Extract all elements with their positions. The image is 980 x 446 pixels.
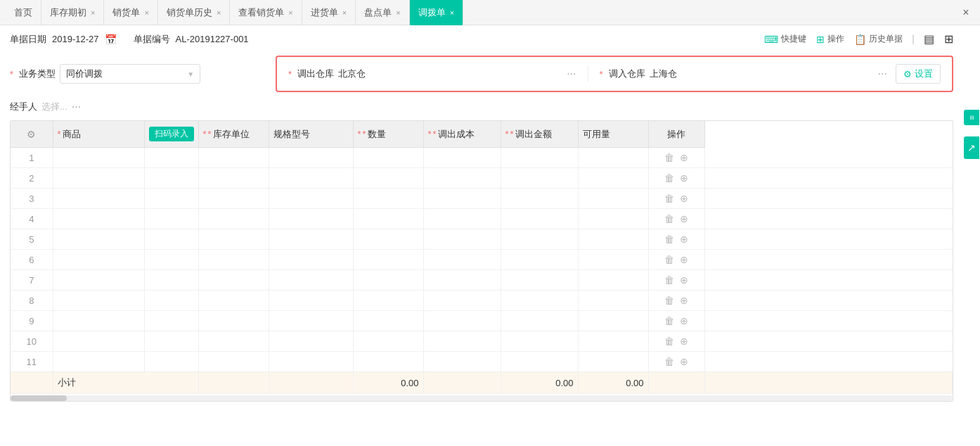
row-1-copy-icon[interactable]: ⊕ <box>680 152 688 163</box>
row-1-qty[interactable] <box>269 148 353 168</box>
table-settings-icon[interactable]: ⚙ <box>27 129 36 140</box>
date-field: 单据日期 2019-12-27 📅 <box>10 33 117 46</box>
row-5-copy-icon[interactable]: ⊕ <box>680 234 688 245</box>
date-label: 单据日期 <box>10 33 46 46</box>
warehouse-in-value: 上海仓 <box>650 68 872 80</box>
subtotal-label: 小计 <box>53 372 198 394</box>
table-row: 1 🗑 ⊕ <box>11 148 953 168</box>
history-button[interactable]: 📋 历史单据 <box>854 33 903 45</box>
tab-sales-history-close[interactable]: × <box>217 8 221 17</box>
tab-sales-history-label: 销货单历史 <box>167 6 212 19</box>
row-1-cost[interactable] <box>353 148 423 168</box>
scan-input-button[interactable]: 扫码录入 <box>149 127 194 141</box>
table-row: 4 🗑⊕ <box>11 209 953 229</box>
tab-inventory-init[interactable]: 库存期初 × <box>41 0 104 25</box>
row-9-delete-icon[interactable]: 🗑 <box>664 315 674 326</box>
tab-inventory-init-close[interactable]: × <box>91 8 95 17</box>
close-all-tabs-button[interactable]: × <box>958 4 974 21</box>
sidebar-expand-icon[interactable]: ↗ <box>964 136 979 159</box>
settings-button[interactable]: ⚙ 设置 <box>896 64 941 84</box>
subtotal-amount: 0.00 <box>578 372 648 394</box>
grid-view-icon[interactable]: ▤ <box>924 32 934 46</box>
row-num-8: 8 <box>11 291 53 311</box>
person-select[interactable]: 选择... <box>41 101 67 113</box>
operation-button[interactable]: ⊞ 操作 <box>816 33 844 45</box>
row-6-copy-icon[interactable]: ⊕ <box>680 254 688 265</box>
tab-sales-order-close[interactable]: × <box>144 8 148 17</box>
tab-transfer[interactable]: 调拨单 × <box>410 0 463 25</box>
row-1-unit[interactable] <box>144 148 198 168</box>
warehouse-out-more[interactable]: ··· <box>567 68 576 80</box>
row-1-available[interactable] <box>501 148 578 168</box>
horizontal-scrollbar[interactable] <box>11 395 953 401</box>
tab-home[interactable]: 首页 <box>6 0 41 25</box>
tab-sales-order[interactable]: 销货单 × <box>104 0 157 25</box>
list-view-icon[interactable]: ⊞ <box>944 32 953 46</box>
sidebar-note-icon[interactable]: ≡ <box>964 110 979 125</box>
row-1-extra[interactable] <box>578 148 648 168</box>
row-10-ops: 🗑⊕ <box>648 331 704 352</box>
history-icon: 📋 <box>854 34 866 45</box>
tab-view-sales-close[interactable]: × <box>288 8 292 17</box>
row-num-11: 11 <box>11 352 53 372</box>
row-1-product[interactable] <box>53 148 144 168</box>
row-5-delete-icon[interactable]: 🗑 <box>664 234 674 245</box>
row-3-delete-icon[interactable]: 🗑 <box>664 193 674 204</box>
row-1-spec[interactable] <box>198 148 269 168</box>
shortcut-label: 快捷键 <box>781 33 806 45</box>
warehouse-in-more[interactable]: ··· <box>878 68 887 80</box>
col-header-settings: ⚙ <box>11 121 53 148</box>
row-7-copy-icon[interactable]: ⊕ <box>680 274 688 286</box>
col-header-available: 可用量 <box>578 121 648 148</box>
person-more[interactable]: ··· <box>72 101 81 113</box>
row-4-copy-icon[interactable]: ⊕ <box>680 213 688 224</box>
row-8-delete-icon[interactable]: 🗑 <box>664 295 674 306</box>
row-11-copy-icon[interactable]: ⊕ <box>680 356 688 367</box>
col-header-ops: 操作 <box>648 121 704 148</box>
row-7-delete-icon[interactable]: 🗑 <box>664 274 674 286</box>
tab-purchase-close[interactable]: × <box>342 8 347 17</box>
scroll-thumb[interactable] <box>11 395 67 401</box>
row-10-delete-icon[interactable]: 🗑 <box>664 336 674 347</box>
row-3-copy-icon[interactable]: ⊕ <box>680 193 688 204</box>
row-10-copy-icon[interactable]: ⊕ <box>680 336 688 347</box>
row-9-copy-icon[interactable]: ⊕ <box>680 315 688 326</box>
row-1-delete-icon[interactable]: 🗑 <box>664 152 674 163</box>
business-type-field: * 业务类型 同价调拨 ▼ <box>10 64 256 84</box>
row-4-delete-icon[interactable]: 🗑 <box>664 213 674 224</box>
table-row: 3 🗑⊕ <box>11 189 953 209</box>
tab-inventory-check-close[interactable]: × <box>396 8 400 17</box>
table-row: 9 🗑⊕ <box>11 311 953 331</box>
form-header: 单据日期 2019-12-27 📅 单据编号 AL-20191227-001 ⌨… <box>10 32 953 46</box>
tab-transfer-close[interactable]: × <box>450 8 454 17</box>
calendar-icon[interactable]: 📅 <box>105 34 117 45</box>
col-header-spec: 规格型号 <box>269 121 353 148</box>
form-toolbar: ⌨ 快捷键 ⊞ 操作 📋 历史单据 ▤ ⊞ <box>764 32 953 46</box>
shortcut-icon: ⌨ <box>764 34 778 45</box>
content-area: 单据日期 2019-12-27 📅 单据编号 AL-20191227-001 ⌨… <box>0 25 980 446</box>
tab-view-sales-label: 查看销货单 <box>238 6 284 19</box>
row-2-copy-icon[interactable]: ⊕ <box>680 172 688 184</box>
row-6-delete-icon[interactable]: 🗑 <box>664 254 674 265</box>
table-row: 5 🗑⊕ <box>11 229 953 250</box>
required-star-out: * <box>288 69 292 79</box>
row-1-amount[interactable] <box>423 148 501 168</box>
warehouse-in-field: * 调入仓库 上海仓 <box>600 68 872 80</box>
row-8-copy-icon[interactable]: ⊕ <box>680 295 688 306</box>
tab-bar: 首页 库存期初 × 销货单 × 销货单历史 × 查看销货单 × 进货单 × 盘点… <box>0 0 980 25</box>
row-2-delete-icon[interactable]: 🗑 <box>664 172 674 184</box>
tab-view-sales[interactable]: 查看销货单 × <box>230 0 302 25</box>
shortcut-button[interactable]: ⌨ 快捷键 <box>764 33 806 45</box>
tab-sales-history[interactable]: 销货单历史 × <box>158 0 230 25</box>
row-11-delete-icon[interactable]: 🗑 <box>664 356 674 367</box>
warehouse-out-field: * 调出仓库 北京仓 <box>288 68 561 80</box>
table-header-row: ⚙ 商品 扫码录入 *库存单位 规格型号 *数量 *调出成本 *调出金额 可用量 <box>11 121 953 148</box>
docnum-field: 单据编号 AL-20191227-001 <box>134 33 249 46</box>
tab-inventory-check[interactable]: 盘点单 × <box>356 0 409 25</box>
tab-purchase[interactable]: 进货单 × <box>302 0 356 25</box>
person-label: 经手人 <box>10 101 37 113</box>
business-type-select[interactable]: 同价调拨 ▼ <box>60 64 200 84</box>
row-6-ops: 🗑⊕ <box>648 250 704 270</box>
data-table-wrapper: ⚙ 商品 扫码录入 *库存单位 规格型号 *数量 *调出成本 *调出金额 可用量 <box>10 120 953 402</box>
row-2-ops: 🗑⊕ <box>648 168 704 189</box>
